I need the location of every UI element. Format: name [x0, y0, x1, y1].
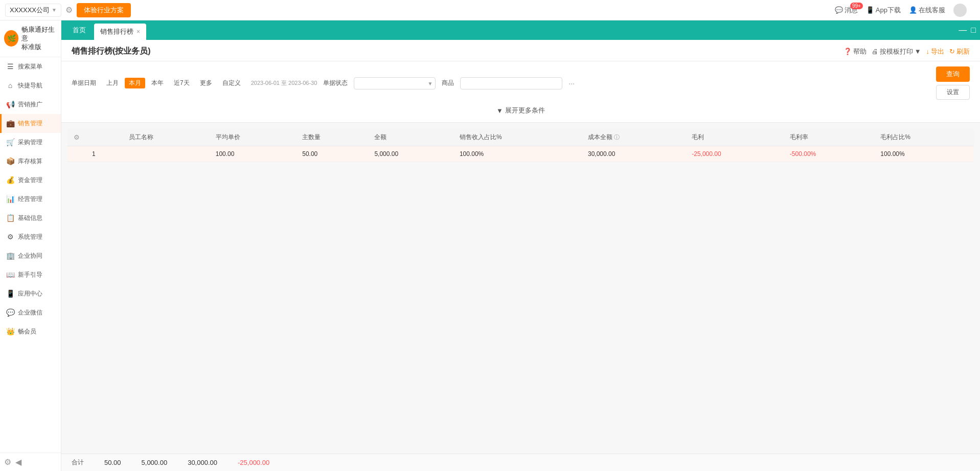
- date-tab-more[interactable]: 更多: [196, 78, 216, 88]
- home-icon: ⌂: [6, 81, 15, 89]
- status-select[interactable]: [354, 77, 436, 89]
- company-name: XXXXXX公司: [10, 6, 50, 15]
- search-icon: ☰: [6, 62, 15, 71]
- top-bar: XXXXXX公司 ▼ ⚙ 体验行业方案 💬 消息 99+ 📱 App下载 👤 在…: [0, 0, 980, 20]
- sidebar-settings-icon[interactable]: ⚙: [4, 457, 11, 467]
- tab-close-icon[interactable]: ×: [136, 28, 140, 35]
- col-quantity: 主数量: [296, 129, 368, 146]
- date-tab-this-month[interactable]: 本月: [125, 78, 145, 88]
- tab-minimize-icon[interactable]: —: [959, 26, 967, 35]
- tab-home[interactable]: 首页: [65, 20, 93, 40]
- print-button[interactable]: 🖨 按模板打印 ▼: [872, 47, 921, 56]
- sidebar-label-system: 系统管理: [18, 233, 42, 241]
- expand-conditions-button[interactable]: ▼ 展开更多条件: [496, 104, 545, 117]
- sidebar-item-member[interactable]: 👑 畅会员: [0, 322, 61, 341]
- purchase-icon: 🛒: [6, 138, 15, 146]
- header-actions: ❓ 帮助 🖨 按模板打印 ▼ ↓ 导出 ↻ 刷新: [844, 47, 970, 56]
- company-selector[interactable]: XXXXXX公司 ▼: [5, 4, 61, 17]
- query-button[interactable]: 查询: [936, 66, 970, 82]
- help-icon: ❓: [844, 48, 852, 55]
- member-icon: 👑: [6, 327, 15, 335]
- sidebar-item-weixin[interactable]: 💬 企业微信: [0, 303, 61, 322]
- sidebar-item-enterprise[interactable]: 🏢 企业协同: [0, 246, 61, 265]
- avatar[interactable]: [953, 4, 967, 17]
- goods-input[interactable]: [460, 77, 562, 89]
- sidebar-item-system[interactable]: ⚙ 系统管理: [0, 228, 61, 246]
- app-download-button[interactable]: 📱 App下载: [866, 6, 901, 15]
- help-button[interactable]: ❓ 帮助: [844, 47, 867, 56]
- main-layout: 🌿 畅康通好生意 标准版 ☰ 搜索菜单 ⌂ 快捷导航 📢 营销推广 💼 销售管理…: [0, 20, 980, 471]
- refresh-icon: ↻: [949, 48, 955, 55]
- trial-button[interactable]: 体验行业方案: [77, 3, 131, 17]
- logo-line2: 标准版: [21, 43, 57, 52]
- table-row: 1 100.00 50.00 5,000.00 100.00% 30,000.0…: [67, 146, 974, 162]
- table-header-row: ⚙ 员工名称 平均单价 主数量 全额 销售收入占比% 成本全额 ⓘ 毛利 毛利率…: [67, 129, 974, 146]
- sidebar-label-sales: 销售管理: [18, 119, 42, 128]
- tab-label: 销售排行榜: [100, 27, 133, 36]
- logo-icon: 🌿: [4, 30, 18, 47]
- date-tab-last-month[interactable]: 上月: [102, 78, 123, 88]
- message-button[interactable]: 💬 消息 99+: [835, 6, 858, 15]
- online-service-button[interactable]: 👤 在线客服: [909, 6, 945, 15]
- tab-bar: 首页 销售排行榜 × — □: [61, 20, 980, 40]
- cell-sales-pct: 100.00%: [453, 146, 582, 162]
- table-area: ⚙ 员工名称 平均单价 主数量 全额 销售收入占比% 成本全额 ⓘ 毛利 毛利率…: [61, 123, 980, 454]
- col-settings-icon[interactable]: ⚙: [74, 133, 80, 141]
- sidebar-item-guide[interactable]: 📖 新手引导: [0, 265, 61, 284]
- sidebar-item-purchase[interactable]: 🛒 采购管理: [0, 133, 61, 152]
- sidebar-label-operations: 经营管理: [18, 195, 42, 204]
- app-label: App下载: [876, 6, 901, 15]
- sidebar-collapse-icon[interactable]: ◀: [15, 457, 21, 467]
- tab-bar-right: — □: [959, 26, 976, 35]
- sidebar-item-nav[interactable]: ⌂ 快捷导航: [0, 76, 61, 95]
- sidebar-label-appcenter: 应用中心: [18, 289, 42, 298]
- footer-profit-value: -25,000.00: [238, 459, 269, 466]
- sidebar-item-appcenter[interactable]: 📱 应用中心: [0, 284, 61, 303]
- sidebar-label-search: 搜索菜单: [18, 62, 42, 71]
- sidebar-item-marketing[interactable]: 📢 营销推广: [0, 95, 61, 114]
- col-settings[interactable]: ⚙: [67, 129, 86, 146]
- footer-label: 合计: [72, 458, 84, 467]
- col-amount: 全额: [368, 129, 453, 146]
- date-label: 单据日期: [72, 79, 96, 87]
- tab-sales-ranking[interactable]: 销售排行榜 ×: [94, 24, 146, 40]
- page-content: 销售排行榜(按业务员) ❓ 帮助 🖨 按模板打印 ▼ ↓ 导出: [61, 40, 980, 471]
- cell-profit-pct: 100.00%: [874, 146, 974, 162]
- appcenter-icon: 📱: [6, 289, 15, 298]
- footer-amount: 5,000.00: [142, 459, 168, 466]
- date-tab-7days[interactable]: 近7天: [170, 78, 194, 88]
- data-table: ⚙ 员工名称 平均单价 主数量 全额 销售收入占比% 成本全额 ⓘ 毛利 毛利率…: [67, 129, 974, 162]
- basicinfo-icon: 📋: [6, 214, 15, 222]
- filter-row: 单据日期 上月 本月 本年 近7天 更多 自定义 2023-06-01 至 20…: [72, 66, 970, 100]
- sidebar-item-operations[interactable]: 📊 经营管理: [0, 190, 61, 209]
- table-settings-button[interactable]: 设置: [936, 85, 970, 100]
- sidebar-item-inventory[interactable]: 📦 库存核算: [0, 152, 61, 171]
- table-footer: 合计 50.00 5,000.00 30,000.00 -25,000.00: [61, 454, 980, 471]
- more-filters-icon[interactable]: ···: [568, 79, 575, 87]
- cell-settings: [67, 146, 86, 162]
- expand-label: 展开更多条件: [505, 106, 545, 115]
- settings-icon[interactable]: ⚙: [65, 5, 73, 15]
- tab-maximize-icon[interactable]: □: [971, 26, 976, 35]
- refresh-button[interactable]: ↻ 刷新: [949, 47, 970, 56]
- service-icon: 👤: [909, 6, 917, 14]
- sidebar-item-basicinfo[interactable]: 📋 基础信息: [0, 209, 61, 228]
- app-icon: 📱: [866, 6, 874, 14]
- print-arrow-icon: ▼: [915, 48, 921, 55]
- export-button[interactable]: ↓ 导出: [926, 47, 945, 56]
- sidebar-item-search[interactable]: ☰ 搜索菜单: [0, 57, 61, 76]
- sidebar-label-purchase: 采购管理: [18, 138, 42, 147]
- logo-line1: 畅康通好生意: [21, 26, 57, 43]
- date-tabs: 上月 本月 本年 近7天 更多 自定义: [102, 78, 245, 88]
- sidebar-item-sales[interactable]: 💼 销售管理: [0, 114, 61, 133]
- sidebar-item-finance[interactable]: 💰 资金管理: [0, 171, 61, 190]
- page-title: 销售排行榜(按业务员): [72, 46, 151, 57]
- cell-name: [123, 146, 209, 162]
- footer-cost-value: 30,000.00: [188, 459, 217, 466]
- finance-icon: 💰: [6, 176, 15, 184]
- sidebar: 🌿 畅康通好生意 标准版 ☰ 搜索菜单 ⌂ 快捷导航 📢 营销推广 💼 销售管理…: [0, 20, 61, 471]
- sidebar-label-guide: 新手引导: [18, 271, 42, 279]
- date-tab-this-year[interactable]: 本年: [147, 78, 168, 88]
- date-tab-custom[interactable]: 自定义: [218, 78, 245, 88]
- company-dropdown-icon: ▼: [52, 7, 57, 13]
